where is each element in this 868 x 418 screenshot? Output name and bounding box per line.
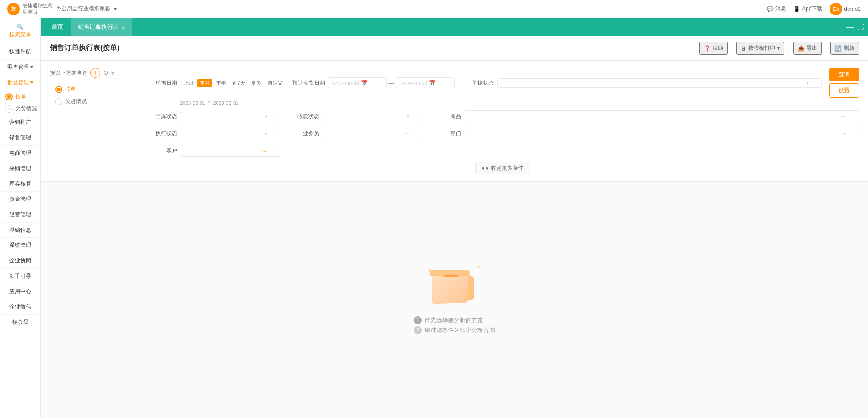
maximize-icon[interactable]: ⛶ [857,23,864,31]
sidebar: 🔍 搜索菜单 快捷导航 零售管理 批发管理 按单 ○ 欠货情况 [0,18,41,418]
user-menu[interactable]: Ea demo2 [830,3,861,15]
tab-bar: 首页 销售订单执行表 × — ⛶ [41,18,868,36]
dept-select[interactable]: ▾ [465,129,859,138]
top-bar: 好 畅捷通好生意 标准版 办公用品行业模拟账套 ▾ 💬 消息 📱 App下载 E… [0,0,868,18]
exec-status-filter-item: 执行状态 ▾ [146,129,280,138]
print-button[interactable]: 🖨 按模板打印 ▾ [736,42,784,55]
date-btn-this-month[interactable]: 本月 [197,79,212,87]
date-btn-7days[interactable]: 近7天 [230,79,248,87]
sidebar-item-press-order[interactable]: 按单 [4,90,40,103]
sidebar-item-newbie[interactable]: 新手引导 [0,269,40,284]
logo-area: 好 畅捷通好生意 标准版 [7,3,52,15]
empty-tip-1: 1 请先选择要分析的方案 [414,315,495,325]
wholesale-expand-icon [30,81,33,84]
add-scheme-button[interactable]: + [90,68,100,78]
salesman-label: 业务员 [288,130,319,138]
collapse-scheme-button[interactable]: « [111,69,115,76]
app-title: 办公用品行业模拟账套 [56,5,110,13]
minimize-icon[interactable]: — [846,23,854,31]
sidebar-item-finance[interactable]: 资金管理 [0,192,40,207]
exec-status-dropdown-icon: ▾ [265,131,267,136]
collapse-button[interactable]: ∧∧ 收起更多条件 [475,162,529,174]
sidebar-item-wholesale[interactable]: 批发管理 [0,75,40,90]
page-title: 销售订单执行表(按单) [50,43,120,58]
sidebar-item-sales[interactable]: 销售管理 [0,130,40,146]
sidebar-item-basic[interactable]: 基础信息 [0,223,40,238]
tab-home[interactable]: 首页 [44,18,71,36]
sidebar-item-wechat[interactable]: 企业微信 [0,299,40,315]
dept-label: 部门 [429,130,461,138]
product-label: 商品 [429,113,461,120]
sidebar-item-quick-nav[interactable]: 快捷导航 [0,44,40,60]
query-button[interactable]: 查询 [829,68,859,81]
product-more-icon[interactable]: ··· [840,113,846,120]
scheme-inactive-icon [55,98,62,105]
doc-status-select[interactable]: ▾ [497,78,822,88]
page-header: 销售订单执行表(按单) ❓ 帮助 | 🖨 按模板打印 ▾ | 📤 [41,36,868,61]
ship-status-filter-item: 出库状态 ▾ [146,112,280,121]
doc-status-filter-item: 单据状态 ▾ [462,78,822,88]
customer-more-icon[interactable]: ··· [262,147,267,154]
sidebar-item-ecommerce[interactable]: 电商管理 [0,146,40,161]
left-filter: 按以下方案查询 + ↻ « 按单 [50,68,140,174]
doc-status-label: 单据状态 [462,79,494,87]
ship-status-select[interactable]: ▾ [181,112,280,121]
salesman-more-icon[interactable]: ··· [404,130,409,137]
exec-status-select[interactable]: ▾ [181,129,280,138]
date-btn-this-year[interactable]: 本年 [213,79,229,87]
collect-status-select[interactable]: ▾ [323,112,422,121]
main-layout: 🔍 搜索菜单 快捷导航 零售管理 批发管理 按单 ○ 欠货情况 [0,18,868,418]
tab-bar-controls: — ⛶ [846,23,864,31]
calendar-to-icon: 📅 [429,80,436,86]
filter-row-4: 客户 ··· [146,145,859,157]
sidebar-item-appstore[interactable]: 应用中心 [0,284,40,299]
settings-button[interactable]: 设置 [829,83,859,98]
calendar-from-icon: 📅 [361,80,368,86]
scheme-item-debt[interactable]: 欠货情况 [53,95,134,108]
sidebar-item-enterprise[interactable]: 企业协同 [0,253,40,269]
salesman-select[interactable]: ··· [323,128,422,139]
sidebar-item-system[interactable]: 系统管理 [0,238,40,253]
date-btn-last-month[interactable]: 上月 [181,79,196,87]
help-button[interactable]: ❓ 帮助 [699,42,728,55]
app-download-button[interactable]: 📱 App下载 [793,5,822,13]
sidebar-item-debt[interactable]: ○ 欠货情况 [4,103,40,115]
sidebar-item-operations[interactable]: 经营管理 [0,207,40,223]
message-button[interactable]: 💬 消息 [767,5,786,13]
collect-status-label: 收款状态 [288,113,319,120]
tab-close-button[interactable]: × [122,24,125,31]
date-quick-buttons: 上月 本月 本年 近7天 更多 自定义 [181,79,285,87]
customer-label: 客户 [146,147,177,155]
date-btn-custom[interactable]: 自定义 [265,79,285,87]
expected-date-to[interactable]: yyyy-mm-dd 📅 [396,77,455,88]
date-btn-more[interactable]: 更多 [249,79,264,87]
customer-select[interactable]: ··· [181,145,280,157]
sidebar-item-member[interactable]: 畅会员 [0,315,40,330]
sidebar-item-inventory[interactable]: 库存核算 [0,176,40,192]
tab-sales-execution[interactable]: 销售订单执行表 × [71,18,132,36]
sidebar-item-marketing[interactable]: 营销推广 [0,115,40,130]
left-filter-header: 按以下方案查询 + ↻ « [50,68,134,78]
refresh-scheme-button[interactable]: ↻ [103,69,108,76]
product-filter-item: 商品 ··· [429,110,859,122]
empty-state: ✦ ✦ 1 请先选择要分析的方案 2 用过滤条件来缩小分析范围 [414,265,495,335]
right-filter: 单据日期 上月 本月 本年 近7天 更多 自定义 [146,68,859,174]
sidebar-search-section: 🔍 搜索菜单 [0,18,40,44]
product-select[interactable]: ··· [465,110,859,122]
empty-illustration: ✦ ✦ [427,265,481,310]
sidebar-item-retail[interactable]: 零售管理 [0,60,40,75]
retail-expand-icon [30,66,33,68]
refresh-icon: 🔄 [835,45,842,52]
download-icon: 📱 [793,6,800,12]
scheme-item-press-order[interactable]: 按单 [53,83,134,95]
collapse-row: ∧∧ 收起更多条件 [146,162,859,174]
doc-status-dropdown-icon: ▾ [807,81,809,86]
app-dropdown-button[interactable]: ▾ [114,6,117,12]
expected-date-from[interactable]: yyyy-mm-dd 📅 [328,77,387,88]
expected-date-label: 预计交货日期 [292,79,324,87]
sidebar-item-purchase[interactable]: 采购管理 [0,161,40,176]
search-menu-button[interactable]: 🔍 搜索菜单 [4,22,37,40]
export-button[interactable]: 📤 导出 [793,42,822,55]
refresh-button[interactable]: 🔄 刷新 [830,42,859,55]
date-range-display: 2023-03-01 至 2023-03-31 [180,100,859,107]
